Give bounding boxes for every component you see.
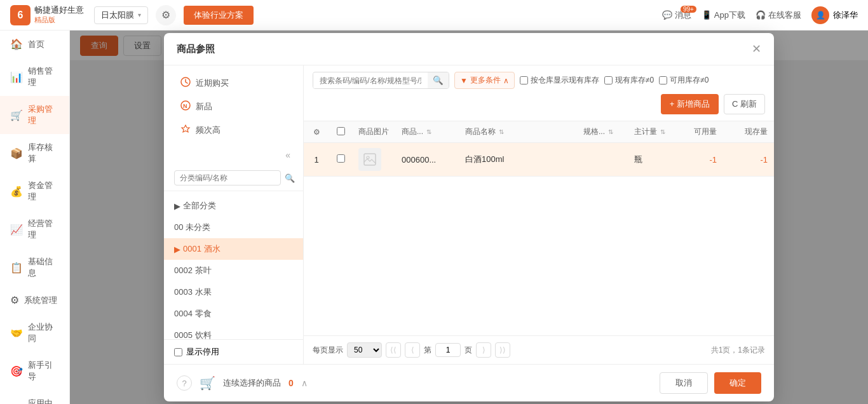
avail-nonzero-checkbox[interactable] (659, 76, 667, 84)
app-icon: 📱 (702, 10, 712, 20)
warehouse-checkbox[interactable] (520, 76, 528, 84)
modal-close-button[interactable]: ✕ (752, 42, 761, 56)
category-item-all[interactable]: ▶ 全部分类 (164, 195, 303, 217)
col-header-name[interactable]: 商品名称 ⇅ (459, 121, 577, 143)
warehouse-filter[interactable]: 按仓库显示现有库存 (520, 75, 599, 86)
svg-text:N: N (183, 103, 187, 109)
last-page-button[interactable]: ⟩⟩ (495, 342, 510, 358)
sidebar-item-purchase[interactable]: 🛒 采购管理 (0, 96, 69, 134)
sales-icon: 📊 (10, 71, 23, 83)
logo-icon: 6 (10, 5, 31, 25)
sidebar-item-label: 系统管理 (24, 295, 57, 306)
next-page-button[interactable]: ⟩ (476, 342, 491, 358)
cancel-button[interactable]: 取消 (660, 372, 708, 394)
category-item-0003[interactable]: 0003 水果 (164, 281, 303, 303)
modal-footer-left: 显示停用 (164, 339, 303, 364)
toolbar-refresh-button[interactable]: C 刷新 (724, 94, 765, 114)
sidebar-item-apps[interactable]: 📱 应用中心 (0, 390, 69, 404)
stock-nonzero-filter[interactable]: 现有库存≠0 (604, 75, 654, 86)
sort-icon: ⇅ (660, 128, 665, 135)
category-item-0001[interactable]: ▶ 0001 酒水 (164, 238, 303, 260)
page-number-input[interactable] (435, 343, 461, 357)
select-all-checkbox[interactable] (337, 127, 345, 135)
modal-overlay: 商品参照 ✕ 近期购买 (70, 30, 868, 404)
tab-high-frequency[interactable]: 频次高 (174, 119, 293, 141)
nav-selector[interactable]: 日太阳膜 ▾ (94, 6, 148, 24)
sidebar-item-basic-info[interactable]: 📋 基础信息 (0, 248, 69, 286)
first-page-button[interactable]: ⟨⟨ (386, 342, 401, 358)
main-content: 查询 设置 刷新 商品参照 ✕ 近期购买 (70, 30, 868, 404)
clock-icon (180, 77, 191, 89)
topnav-right: 💬 消息 99+ 📱 App下载 🎧 在线客服 👤 徐泽华 (662, 6, 858, 24)
new-icon: N (180, 100, 191, 112)
modal-left-tabs: 近期购买 N 新品 频次高 (164, 65, 303, 147)
business-icon: 📈 (10, 224, 23, 236)
new-product-button[interactable]: + 新增商品 (661, 94, 719, 114)
modal-toolbar: 🔍 ▼ 更多条件 ∧ 按仓库显示现有库存 (304, 65, 774, 121)
user-area[interactable]: 👤 徐泽华 (811, 6, 858, 24)
sidebar-item-business[interactable]: 📈 经营管理 (0, 210, 69, 248)
app-label: App下载 (714, 10, 745, 21)
product-search-button[interactable]: 🔍 (428, 72, 449, 88)
category-item-0004[interactable]: 0004 零食 (164, 303, 303, 325)
page-total-info: 共1页，1条记录 (711, 345, 765, 356)
category-item-0002[interactable]: 0002 茶叶 (164, 260, 303, 281)
headphone-icon: 🎧 (756, 10, 766, 20)
sidebar-item-guide[interactable]: 🎯 新手引导 (0, 352, 69, 390)
product-search-bar: 🔍 (313, 72, 449, 89)
modal-bottom-bar: ? 🛒 连续选择的商品 0 ∧ 取消 确定 (164, 364, 774, 401)
row-name: 白酒100ml (459, 143, 577, 177)
confirm-button[interactable]: 确定 (714, 372, 761, 394)
tab-new-products[interactable]: N 新品 (174, 95, 293, 118)
help-button[interactable]: ? (177, 375, 192, 391)
gear-button[interactable]: ⚙ (156, 5, 176, 25)
avail-nonzero-label: 可用库存≠0 (670, 75, 709, 86)
service-item[interactable]: 🎧 在线客服 (756, 10, 801, 21)
product-table: ⚙ 商品图片 商品... (304, 121, 774, 177)
col-header-code[interactable]: 商品... ⇅ (395, 121, 459, 143)
category-list: ▶ 全部分类 00 未分类 ▶ 0001 酒水 0002 茶叶 (164, 191, 303, 339)
settings-icon[interactable]: ⚙ (313, 128, 320, 137)
per-page-select[interactable]: 50 100 (347, 342, 382, 358)
sort-icon: ⇅ (499, 128, 504, 135)
category-search-icon[interactable]: 🔍 (285, 173, 295, 183)
tab-recent-purchase[interactable]: 近期购买 (174, 72, 293, 94)
trial-button[interactable]: 体验行业方案 (184, 6, 254, 25)
tab-label: 近期购买 (196, 77, 229, 89)
stock-nonzero-checkbox[interactable] (604, 76, 613, 84)
product-search-input[interactable] (313, 73, 428, 88)
category-item-0005[interactable]: 0005 饮料 (164, 325, 303, 339)
col-header-num: ⚙ (304, 121, 329, 143)
col-avail-label: 可用量 (694, 127, 717, 136)
sidebar-item-home[interactable]: 🏠 首页 (0, 30, 69, 58)
avail-nonzero-filter[interactable]: 可用库存≠0 (659, 75, 709, 86)
category-item-00[interactable]: 00 未分类 (164, 217, 303, 238)
category-label: 0005 饮料 (174, 330, 212, 339)
category-search-row: 🔍 (164, 165, 303, 191)
collapse-button[interactable]: « (283, 147, 293, 163)
message-item[interactable]: 💬 消息 99+ (662, 10, 691, 21)
row-check[interactable] (329, 143, 352, 177)
collapse-cart-icon[interactable]: ∧ (301, 378, 308, 388)
message-badge: 99+ (681, 6, 696, 13)
col-header-spec[interactable]: 规格... ⇅ (577, 121, 628, 143)
row-checkbox[interactable] (337, 154, 345, 163)
filter-button[interactable]: ▼ 更多条件 ∧ (454, 72, 515, 89)
col-header-unit[interactable]: 主计量 ⇅ (628, 121, 672, 143)
show-disabled-checkbox[interactable] (174, 348, 182, 356)
sidebar-item-enterprise[interactable]: 🤝 企业协同 (0, 314, 69, 352)
row-img (352, 143, 395, 177)
sidebar-item-sales[interactable]: 📊 销售管理 (0, 58, 69, 96)
sidebar: 🏠 首页 📊 销售管理 🛒 采购管理 📦 库存核算 💰 资金管理 📈 经营管理 … (0, 30, 70, 404)
sidebar-item-finance[interactable]: 💰 资金管理 (0, 172, 69, 210)
sidebar-item-inventory[interactable]: 📦 库存核算 (0, 134, 69, 172)
sidebar-item-system[interactable]: ⚙ 系统管理 (0, 286, 69, 314)
page-word-2: 页 (465, 345, 472, 356)
prev-page-button[interactable]: ⟨ (405, 342, 420, 358)
guide-icon: 🎯 (10, 365, 23, 377)
app-download-item[interactable]: 📱 App下载 (702, 10, 745, 21)
cart-icon[interactable]: 🛒 (200, 375, 215, 391)
sidebar-item-label: 经营管理 (28, 218, 59, 241)
table-row[interactable]: 1 000600... (304, 143, 774, 177)
category-search-input[interactable] (174, 170, 281, 185)
